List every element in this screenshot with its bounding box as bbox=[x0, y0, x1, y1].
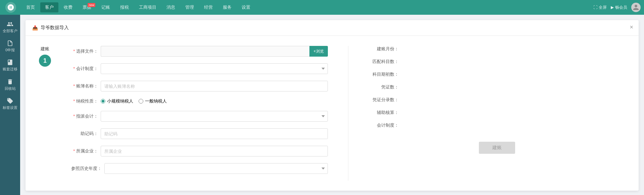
nav-item-message[interactable]: 消息 bbox=[162, 2, 180, 12]
nav-item-operation[interactable]: 经营 bbox=[199, 2, 217, 12]
import-icon: 📥 bbox=[32, 25, 38, 30]
right-row-entry: 凭证分录数： bbox=[368, 97, 625, 103]
accountant-select[interactable] bbox=[101, 111, 328, 122]
nav-item-home[interactable]: 首页 bbox=[21, 2, 40, 12]
nav-item-service[interactable]: 服务 bbox=[218, 2, 236, 12]
nav-item-settings[interactable]: 设置 bbox=[237, 2, 255, 12]
right-label-voucher: 凭证数： bbox=[368, 84, 399, 90]
right-label-initial: 科目期初数： bbox=[368, 71, 399, 77]
label-accounting: 会计制度： bbox=[71, 66, 98, 72]
file-icon bbox=[7, 40, 13, 47]
sidebar-item-account-migration[interactable]: 账套迁移 bbox=[1, 56, 19, 74]
right-row-aux: 辅助核算： bbox=[368, 110, 625, 116]
nav-item-tax[interactable]: 报税 bbox=[115, 2, 134, 12]
nav-item-business[interactable]: 工商项目 bbox=[134, 2, 161, 12]
label-year: 参照历史年度： bbox=[71, 166, 102, 172]
label-tax: 纳税性质： bbox=[71, 98, 98, 104]
radio-small-tax-input[interactable] bbox=[101, 99, 105, 104]
fullscreen-icon: ⛶ bbox=[593, 5, 597, 10]
sidebar: 全部客户 0申报 账套迁移 回收站 标签设置 bbox=[0, 15, 20, 195]
new-badge: new bbox=[88, 3, 95, 7]
sidebar-item-zero-declare[interactable]: 0申报 bbox=[1, 37, 19, 55]
close-button[interactable]: × bbox=[630, 24, 633, 30]
label-company: 所属企业： bbox=[71, 148, 98, 154]
radio-general-tax-input[interactable] bbox=[139, 99, 143, 104]
sidebar-item-all-customers[interactable]: 全部客户 bbox=[1, 18, 19, 36]
label-mnemonic: 助记码： bbox=[71, 131, 98, 137]
build-account-button[interactable]: 建账 bbox=[479, 142, 515, 154]
right-row-system: 会计制度： bbox=[368, 122, 625, 128]
dialog-card: 📥 导爷数据导入 × 建账 1 选择文件： bbox=[26, 20, 639, 191]
tax-radio-group: 小规模纳税人 一般纳税人 bbox=[101, 98, 167, 104]
form-row-accounting: 会计制度： bbox=[71, 63, 328, 74]
book-icon bbox=[7, 59, 13, 66]
content-area: 📥 导爷数据导入 × 建账 1 选择文件： bbox=[20, 15, 644, 195]
users-icon bbox=[7, 21, 13, 27]
sidebar-item-tag-settings[interactable]: 标签设置 bbox=[1, 95, 19, 113]
top-nav: 首页 客户 收费 票据 new 记账 报税 工商项目 消息 管理 经营 服务 设… bbox=[0, 0, 644, 15]
form-row-file: 选择文件： +浏览 bbox=[71, 46, 328, 57]
logo-icon bbox=[7, 4, 14, 11]
separator bbox=[348, 46, 348, 181]
trash-icon bbox=[7, 78, 13, 85]
nav-item-fee[interactable]: 收费 bbox=[59, 2, 77, 12]
nav-items: 首页 客户 收费 票据 new 记账 报税 工商项目 消息 管理 经营 服务 设… bbox=[21, 2, 593, 12]
step-label: 建账 bbox=[41, 46, 49, 52]
avatar[interactable] bbox=[631, 3, 641, 12]
radio-general-tax-label: 一般纳税人 bbox=[145, 98, 167, 104]
nav-item-invoice[interactable]: 票据 new bbox=[78, 2, 96, 12]
step-circle: 1 bbox=[39, 55, 51, 67]
form-row-year: 参照历史年度： bbox=[71, 163, 328, 174]
right-label-entry: 凭证分录数： bbox=[368, 97, 399, 103]
right-label-system: 会计制度： bbox=[368, 122, 399, 128]
build-btn-wrap: 建账 bbox=[368, 135, 625, 154]
right-row-initial: 科目期初数： bbox=[368, 71, 625, 77]
right-row-voucher: 凭证数： bbox=[368, 84, 625, 90]
play-icon: ▶ bbox=[611, 5, 614, 10]
dialog-header: 📥 导爷数据导入 bbox=[26, 20, 639, 36]
form-row-ledger: 账簿名称： bbox=[71, 81, 328, 91]
label-file: 选择文件： bbox=[71, 48, 98, 54]
label-ledger: 账簿名称： bbox=[71, 83, 98, 89]
dialog-body: 建账 1 选择文件： +浏览 会计制度： bbox=[26, 36, 639, 191]
year-select[interactable] bbox=[104, 163, 328, 174]
form-row-tax: 纳税性质： 小规模纳税人 一般纳税人 bbox=[71, 98, 328, 104]
company-input[interactable] bbox=[101, 146, 328, 156]
form-row-mnemonic: 助记码： bbox=[71, 128, 328, 139]
step-section: 建账 1 bbox=[39, 46, 58, 181]
radio-small-tax[interactable]: 小规模纳税人 bbox=[101, 98, 133, 104]
ledger-input[interactable] bbox=[101, 81, 328, 91]
fullscreen-button[interactable]: ⛶ 全屏 bbox=[593, 5, 607, 10]
file-input-wrap: +浏览 bbox=[101, 46, 328, 57]
right-label-aux: 辅助核算： bbox=[368, 110, 399, 116]
mnemonic-input[interactable] bbox=[101, 128, 328, 139]
form-row-company: 所属企业： bbox=[71, 146, 328, 156]
accounting-select[interactable] bbox=[101, 63, 328, 74]
nav-item-customer[interactable]: 客户 bbox=[40, 2, 58, 12]
sidebar-item-recycle[interactable]: 回收站 bbox=[1, 76, 19, 93]
label-accountant: 指派会计： bbox=[71, 113, 98, 119]
right-label-match: 匹配科目数： bbox=[368, 59, 399, 65]
form-left: 选择文件： +浏览 会计制度： bbox=[71, 46, 328, 181]
radio-small-tax-label: 小规模纳税人 bbox=[107, 98, 133, 104]
right-row-month: 建账月份： bbox=[368, 46, 625, 52]
tag-icon bbox=[7, 97, 13, 104]
main-layout: 全部客户 0申报 账套迁移 回收站 标签设置 bbox=[0, 15, 644, 195]
nav-item-manage[interactable]: 管理 bbox=[181, 2, 199, 12]
radio-general-tax[interactable]: 一般纳税人 bbox=[139, 98, 167, 104]
dialog-title: 导爷数据导入 bbox=[41, 25, 69, 31]
member-button[interactable]: ▶ 畅会员 bbox=[611, 5, 627, 10]
right-label-month: 建账月份： bbox=[368, 46, 399, 52]
avatar-icon bbox=[633, 4, 639, 11]
file-text-input[interactable] bbox=[101, 46, 309, 57]
app-logo bbox=[3, 0, 18, 15]
right-row-match: 匹配科目数： bbox=[368, 59, 625, 65]
form-row-accountant: 指派会计： bbox=[71, 111, 328, 122]
nav-right: ⛶ 全屏 ▶ 畅会员 bbox=[593, 3, 641, 12]
browse-button[interactable]: +浏览 bbox=[309, 46, 328, 57]
form-right: 建账月份： 匹配科目数： 科目期初数： 凭证数： bbox=[368, 46, 625, 181]
nav-item-bookkeeping[interactable]: 记账 bbox=[97, 2, 115, 12]
